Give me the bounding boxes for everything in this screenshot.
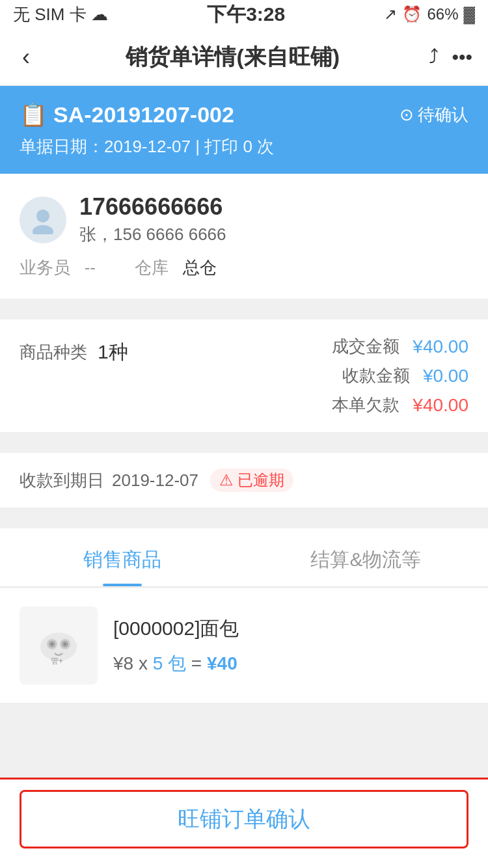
avatar — [20, 197, 66, 243]
due-amount-row: 本单欠款 ¥40.00 — [332, 394, 468, 416]
status-left: 无 SIM 卡 ☁ — [13, 3, 108, 26]
battery-level: 66% — [427, 5, 458, 23]
page-title: 销货单详情(来自旺铺) — [36, 42, 429, 72]
deal-amount-row: 成交金额 ¥40.00 — [332, 335, 468, 358]
due-date-value: 2019-12-07 — [112, 470, 198, 491]
battery-icon: ▓ — [464, 5, 476, 23]
amount-card: 商品种类 1种 成交金额 ¥40.00 收款金额 ¥0.00 本单欠款 ¥40.… — [0, 319, 488, 432]
amount-right: 成交金额 ¥40.00 收款金额 ¥0.00 本单欠款 ¥40.00 — [332, 335, 468, 416]
confirm-btn-wrapper: 旺铺订单确认 — [0, 778, 488, 868]
product-name: [0000002]面包 — [113, 616, 468, 642]
nav-bar: ‹ 销货单详情(来自旺铺) ⤴ ••• — [0, 29, 488, 86]
overdue-badge: ⚠ 已逾期 — [210, 468, 293, 492]
product-types-label: 商品种类 — [20, 341, 87, 364]
product-price: ¥8 x 5 包 = ¥40 — [113, 651, 468, 676]
svg-point-8 — [64, 643, 66, 645]
due-date-card: 收款到期日 2019-12-07 ⚠ 已逾期 — [0, 453, 488, 508]
customer-top: 17666666666 张，156 6666 6666 — [20, 193, 468, 246]
svg-point-1 — [33, 225, 53, 234]
more-icon[interactable]: ••• — [452, 46, 472, 68]
receipt-amount-row: 收款金额 ¥0.00 — [342, 364, 468, 387]
overdue-icon: ⚠ — [219, 471, 234, 489]
due-amount-value: ¥40.00 — [413, 395, 468, 416]
back-button[interactable]: ‹ — [16, 37, 36, 77]
sales-rep-value: -- — [85, 258, 96, 277]
sim-status: 无 SIM 卡 ☁ — [13, 3, 108, 26]
order-header-top: 📋 SA-20191207-002 ⊙ 待确认 — [20, 102, 468, 128]
order-header: 📋 SA-20191207-002 ⊙ 待确认 单据日期：2019-12-07 … — [0, 86, 488, 174]
status-time: 下午3:28 — [207, 1, 285, 28]
overdue-text: 已逾期 — [237, 470, 284, 491]
share-icon[interactable]: ⤴ — [429, 46, 439, 68]
order-icon: 📋 — [20, 102, 47, 128]
due-date-label: 收款到期日 — [20, 469, 104, 492]
product-total: ¥40 — [207, 653, 237, 673]
order-date: 单据日期：2019-12-07 | 打印 0 次 — [20, 135, 468, 158]
sales-rep-label: 业务员 -- — [20, 256, 96, 279]
svg-point-0 — [36, 210, 49, 223]
receipt-amount-label: 收款金额 — [342, 364, 410, 387]
navigation-icon: ↗ — [384, 5, 397, 23]
status-right: ↗ ⏰ 66% ▓ — [384, 5, 475, 23]
product-item: 管+ [0000002]面包 ¥8 x 5 包 = ¥40 — [0, 588, 488, 703]
status-bar: 无 SIM 卡 ☁ 下午3:28 ↗ ⏰ 66% ▓ — [0, 0, 488, 29]
amount-left: 商品种类 1种 — [20, 335, 332, 366]
separator-2 — [0, 442, 488, 453]
customer-info-row: 业务员 -- 仓库 总仓 — [20, 256, 468, 279]
alarm-icon: ⏰ — [402, 5, 422, 23]
customer-sub: 张，156 6666 6666 — [79, 223, 226, 246]
product-info: [0000002]面包 ¥8 x 5 包 = ¥40 — [113, 616, 468, 676]
svg-point-7 — [51, 643, 53, 645]
svg-text:管+: 管+ — [51, 657, 63, 665]
tab-settlement[interactable]: 结算&物流等 — [244, 528, 488, 586]
customer-card: 17666666666 张，156 6666 6666 业务员 -- 仓库 总仓 — [0, 174, 488, 299]
separator-1 — [0, 309, 488, 319]
product-section: 管+ [0000002]面包 ¥8 x 5 包 = ¥40 — [0, 588, 488, 703]
customer-name-block: 17666666666 张，156 6666 6666 — [79, 193, 226, 246]
product-unit: 包 — [168, 653, 186, 673]
order-id: 📋 SA-20191207-002 — [20, 102, 234, 128]
order-status: ⊙ 待确认 — [400, 103, 468, 126]
price-eq: = — [191, 653, 207, 673]
due-amount-label: 本单欠款 — [332, 394, 400, 416]
clock-icon: ⊙ — [400, 105, 414, 125]
warehouse-info: 仓库 总仓 — [135, 256, 217, 279]
product-types-value: 1种 — [98, 339, 128, 366]
product-qty: 5 — [153, 653, 163, 673]
receipt-amount-value: ¥0.00 — [423, 366, 468, 387]
unit-price: ¥8 — [113, 653, 133, 673]
deal-amount-value: ¥40.00 — [413, 336, 468, 357]
warehouse-value: 总仓 — [183, 258, 217, 277]
customer-phone: 17666666666 — [79, 193, 226, 221]
deal-amount-label: 成交金额 — [332, 335, 400, 358]
price-x: x — [139, 653, 153, 673]
tabs: 销售商品 结算&物流等 — [0, 528, 488, 587]
confirm-button[interactable]: 旺铺订单确认 — [20, 790, 468, 848]
tab-sales[interactable]: 销售商品 — [0, 528, 244, 586]
separator-3 — [0, 518, 488, 528]
product-thumbnail: 管+ — [20, 606, 98, 685]
nav-actions: ⤴ ••• — [429, 46, 472, 68]
